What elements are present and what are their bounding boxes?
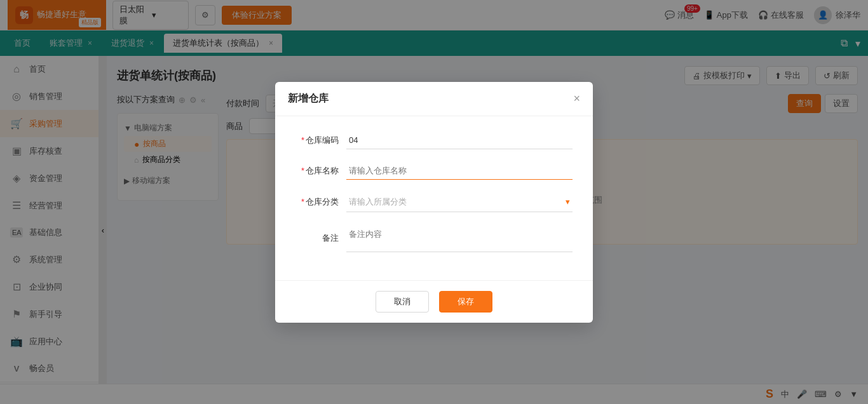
category-form-row: *仓库分类 请输入所属分类 ▾: [295, 192, 573, 212]
modal-overlay[interactable]: 新增仓库 × *仓库编码 *仓库名称 *仓库分类: [0, 0, 868, 404]
note-label: 备注: [295, 232, 346, 244]
note-form-row: 备注: [295, 225, 573, 252]
category-chevron-icon: ▾: [566, 197, 570, 206]
name-form-row: *仓库名称: [295, 162, 573, 180]
modal-close-button[interactable]: ×: [573, 93, 580, 104]
modal-footer: 取消 保存: [275, 280, 593, 323]
modal-title: 新增仓库: [288, 92, 329, 105]
name-input[interactable]: [346, 162, 573, 180]
category-placeholder: 请输入所属分类: [349, 196, 407, 208]
code-form-row: *仓库编码: [295, 131, 573, 149]
name-label: *仓库名称: [295, 165, 346, 177]
code-label: *仓库编码: [295, 135, 346, 146]
category-label: *仓库分类: [295, 196, 346, 208]
category-select[interactable]: 请输入所属分类 ▾: [346, 192, 573, 212]
code-input[interactable]: [346, 131, 573, 149]
modal-header: 新增仓库 ×: [275, 82, 593, 116]
cancel-button[interactable]: 取消: [376, 291, 429, 313]
modal-body: *仓库编码 *仓库名称 *仓库分类 请输入所属分类 ▾: [275, 116, 593, 280]
modal-dialog: 新增仓库 × *仓库编码 *仓库名称 *仓库分类: [275, 82, 593, 323]
note-input[interactable]: [346, 225, 573, 252]
save-button[interactable]: 保存: [439, 291, 492, 313]
